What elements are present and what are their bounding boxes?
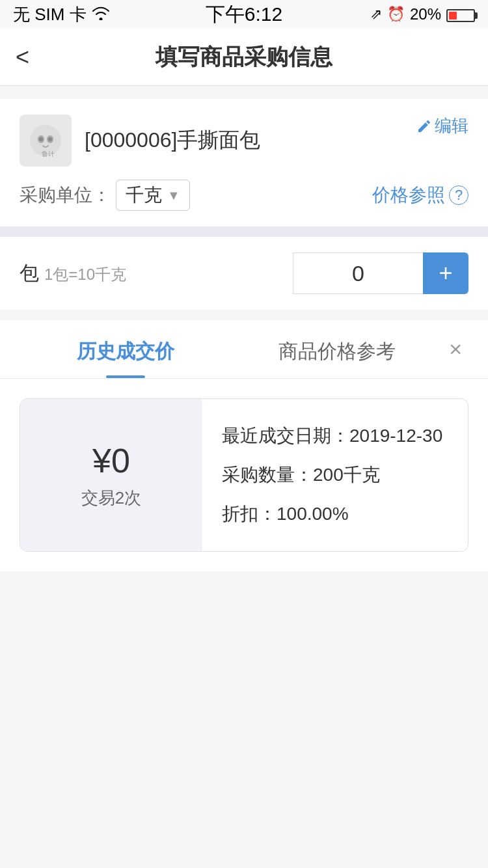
recent-date-row: 最近成交日期：2019-12-30 [222, 422, 448, 450]
product-logo: 鲁计 [26, 121, 65, 160]
price-ref-label: 价格参照 [372, 183, 445, 208]
qty-plus-button[interactable]: + [423, 252, 468, 294]
quantity-input[interactable]: 0 [293, 252, 423, 294]
unit-select[interactable]: 千克 ▼ [116, 180, 190, 211]
price-left-panel: ¥0 交易2次 [20, 399, 202, 551]
unit-value: 千克 [126, 183, 162, 208]
quantity-detail-label: 采购数量： [222, 465, 313, 485]
battery-percent: 20% [410, 5, 441, 23]
nav-bar: < 填写商品采购信息 [0, 29, 488, 86]
chevron-down-icon: ▼ [167, 188, 180, 203]
qty-controls: 0 + [293, 252, 468, 294]
status-bar: 无 SIM 卡 下午6:12 ⇗ ⏰ 20% [0, 0, 488, 29]
section-divider [0, 226, 488, 237]
quantity-row: 包 1包=10千克 0 + [0, 237, 488, 310]
product-left: 鲁计 [0000006]手撕面包 [20, 115, 260, 167]
tabs-header: 历史成交价 商品价格参考 × [0, 320, 488, 379]
carrier-text: 无 SIM 卡 [13, 3, 87, 26]
edit-label: 编辑 [435, 115, 468, 137]
qty-main-label: 包 [20, 260, 39, 287]
back-button[interactable]: < [16, 44, 29, 71]
edit-button[interactable]: 编辑 [416, 115, 468, 137]
unit-label: 采购单位： [20, 183, 111, 208]
history-content: ¥0 交易2次 最近成交日期：2019-12-30 采购数量：200千克 折扣：… [0, 379, 488, 571]
svg-point-3 [39, 137, 43, 141]
svg-point-4 [48, 137, 52, 141]
price-right-panel: 最近成交日期：2019-12-30 采购数量：200千克 折扣：100.00% [202, 399, 468, 551]
tabs-container: 历史成交价 商品价格参考 × ¥0 交易2次 最近成交日期：2019-12-30… [0, 320, 488, 571]
discount-label: 折扣： [222, 504, 277, 524]
product-thumbnail: 鲁计 [20, 115, 72, 167]
status-left: 无 SIM 卡 [13, 3, 110, 26]
tab-close-button[interactable]: × [442, 336, 468, 362]
product-unit-row: 采购单位： 千克 ▼ 价格参照 ? [20, 180, 468, 211]
product-card: 鲁计 [0000006]手撕面包 编辑 采购单位： 千克 ▼ 价格参照 ? [0, 99, 488, 226]
price-info-card: ¥0 交易2次 最近成交日期：2019-12-30 采购数量：200千克 折扣：… [20, 398, 468, 552]
product-name: [0000006]手撕面包 [85, 126, 260, 155]
wifi-icon [92, 5, 110, 25]
tab-price-ref[interactable]: 商品价格参考 [231, 320, 442, 378]
product-header: 鲁计 [0000006]手撕面包 编辑 [20, 115, 468, 167]
time-display: 下午6:12 [206, 1, 282, 28]
recent-date-label: 最近成交日期： [222, 426, 349, 446]
quantity-label: 包 1包=10千克 [20, 260, 126, 287]
edit-icon [416, 118, 432, 134]
svg-text:鲁计: 鲁计 [42, 150, 55, 157]
page-title: 填写商品采购信息 [156, 42, 332, 72]
tab-history-price[interactable]: 历史成交价 [20, 320, 231, 378]
status-right: ⇗ ⏰ 20% [370, 5, 475, 23]
battery-icon [446, 5, 475, 23]
question-icon: ? [449, 185, 468, 205]
discount-row: 折扣：100.00% [222, 500, 448, 528]
price-value: 0 [111, 442, 130, 480]
price-amount: ¥0 [92, 441, 130, 480]
currency-symbol: ¥ [92, 442, 111, 480]
location-icon: ⇗ [370, 6, 382, 23]
price-ref-button[interactable]: 价格参照 ? [372, 183, 468, 208]
price-times: 交易2次 [81, 487, 141, 509]
quantity-row-detail: 采购数量：200千克 [222, 461, 448, 489]
alarm-icon: ⏰ [387, 6, 405, 23]
qty-sub-label: 1包=10千克 [44, 264, 126, 285]
main-content [0, 571, 488, 868]
recent-date-value: 2019-12-30 [349, 426, 442, 446]
discount-value: 100.00% [277, 504, 349, 524]
quantity-detail-value: 200千克 [313, 465, 380, 485]
